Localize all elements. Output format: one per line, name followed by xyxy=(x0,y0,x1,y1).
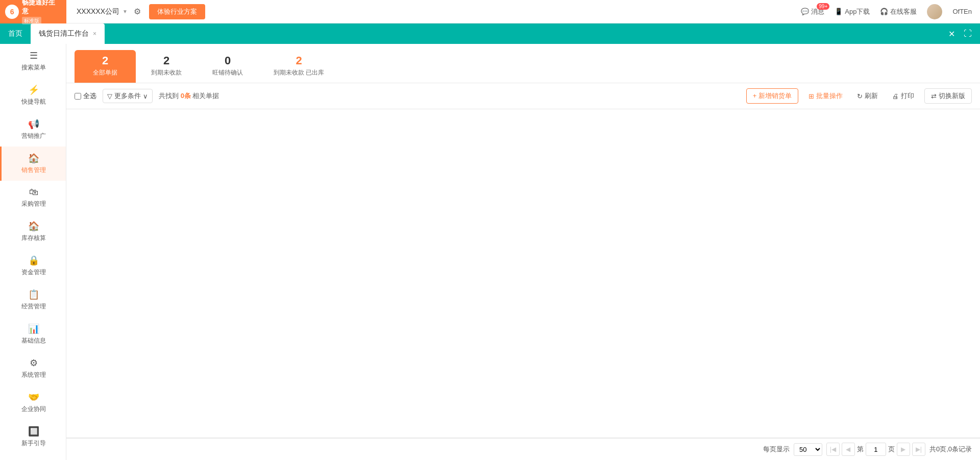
stat-tab-overdue-shipped[interactable]: 2 到期未收款 已出库 xyxy=(258,50,339,83)
app-download-item[interactable]: 📱 App下载 xyxy=(835,7,870,16)
nav-tabs: 首页 钱货日清工作台 × ✕ ⛶ xyxy=(0,23,980,44)
purchase-icon: 🛍 xyxy=(29,187,38,198)
stat-tab-all[interactable]: 2 全部单据 xyxy=(75,50,136,83)
finance-icon: 🔒 xyxy=(28,255,39,266)
operations-icon: 📋 xyxy=(28,289,39,300)
basic-info-icon: 📊 xyxy=(28,323,39,334)
tab-home[interactable]: 首页 xyxy=(0,23,31,44)
chevron-down-icon: ▼ xyxy=(122,9,128,14)
pagination: |◀ ◀ 第 页 ▶ ▶| xyxy=(826,443,925,456)
table-area xyxy=(66,109,980,438)
sidebar-item-marketing[interactable]: 📢 营销推广 xyxy=(0,112,66,147)
last-page-button[interactable]: ▶| xyxy=(912,443,925,456)
page-size-select[interactable]: 50 20 100 200 xyxy=(794,443,822,456)
toolbar-right: + 新增销货单 ⊞ 批量操作 ↻ 刷新 🖨 打印 ⇄ 切换新版 xyxy=(746,88,972,104)
sidebar-item-operations[interactable]: 📋 经营管理 xyxy=(0,283,66,317)
add-sales-button[interactable]: + 新增销货单 xyxy=(746,88,798,104)
marketing-icon: 📢 xyxy=(28,118,39,130)
more-filter-button[interactable]: ▽ 更多条件 ∨ xyxy=(103,89,153,103)
batch-icon: ⊞ xyxy=(808,92,814,100)
message-item[interactable]: 💬 消息 99 xyxy=(801,7,824,16)
select-all-label[interactable]: 全选 xyxy=(75,91,96,101)
logo-icon: 6 xyxy=(5,5,19,19)
close-tab-icon[interactable]: × xyxy=(93,30,96,37)
select-all-checkbox[interactable] xyxy=(75,93,81,100)
sidebar-item-inventory[interactable]: 🏠 库存核算 xyxy=(0,214,66,249)
nav-close-icon[interactable]: ✕ xyxy=(945,28,958,40)
print-icon: 🖨 xyxy=(892,92,899,100)
switch-icon: ⇄ xyxy=(931,92,937,100)
sidebar-item-cooperation[interactable]: 🤝 企业协同 xyxy=(0,385,66,420)
logo-area: 6 畅捷通好生意 标准版 xyxy=(0,0,66,23)
refresh-icon: ↻ xyxy=(857,92,863,100)
page-number-input[interactable] xyxy=(866,443,886,456)
sidebar-item-system[interactable]: ⚙ 系统管理 xyxy=(0,351,66,385)
nav-actions: ✕ ⛶ xyxy=(945,28,980,40)
stat-tab-overdue[interactable]: 2 到期未收款 xyxy=(136,50,197,83)
download-icon: 📱 xyxy=(835,8,843,15)
total-text: 共0页,0条记录 xyxy=(929,445,972,454)
sales-icon: 🏠 xyxy=(28,153,39,164)
logo-text: 畅捷通好生意 标准版 xyxy=(22,0,61,25)
header-right: 💬 消息 99 📱 App下载 🎧 在线客服 OfTEn xyxy=(801,4,972,19)
content-area: 2 全部单据 2 到期未收款 0 旺铺待确认 2 到期未收款 已出库 xyxy=(66,44,980,460)
service-icon: 🎧 xyxy=(880,8,888,15)
footer: 每页显示 50 20 100 200 |◀ ◀ 第 页 ▶ ▶| 共0页,0条记… xyxy=(66,438,980,460)
next-page-button[interactable]: ▶ xyxy=(897,443,910,456)
avatar[interactable] xyxy=(927,4,942,19)
message-icon: 💬 xyxy=(801,8,809,15)
sidebar: ☰ 搜索菜单 ⚡ 快捷导航 📢 营销推广 🏠 销售管理 🛍 采购管理 🏠 库存核… xyxy=(0,44,66,460)
chevron-down-icon: ∨ xyxy=(143,92,148,100)
toolbar: 全选 ▽ 更多条件 ∨ 共找到 0条 相关单据 + 新增销货单 ⊞ 批量操作 xyxy=(66,83,980,109)
cooperation-icon: 🤝 xyxy=(28,392,39,403)
print-button[interactable]: 🖨 打印 xyxy=(888,89,918,103)
username-display: OfTEn xyxy=(952,8,972,15)
inventory-icon: 🏠 xyxy=(28,221,39,232)
stat-tab-wangdian[interactable]: 0 旺铺待确认 xyxy=(197,50,258,83)
prev-page-button[interactable]: ◀ xyxy=(842,443,855,456)
batch-operation-button[interactable]: ⊞ 批量操作 xyxy=(804,89,847,103)
avatar-image xyxy=(927,4,942,19)
found-text: 共找到 0条 相关单据 xyxy=(159,91,219,101)
filter-icon: ▽ xyxy=(107,92,112,100)
settings-icon[interactable]: ⚙ xyxy=(134,7,141,16)
sidebar-item-search-menu[interactable]: ☰ 搜索菜单 xyxy=(0,44,66,78)
sidebar-item-basic-info[interactable]: 📊 基础信息 xyxy=(0,317,66,351)
company-selector[interactable]: XXXXXX公司 ▼ xyxy=(77,7,128,16)
switch-new-version-button[interactable]: ⇄ 切换新版 xyxy=(924,88,972,104)
main-layout: ☰ 搜索菜单 ⚡ 快捷导航 📢 营销推广 🏠 销售管理 🛍 采购管理 🏠 库存核… xyxy=(0,44,980,460)
first-page-button[interactable]: |◀ xyxy=(826,443,840,456)
sidebar-item-quick-nav[interactable]: ⚡ 快捷导航 xyxy=(0,78,66,112)
try-industry-button[interactable]: 体验行业方案 xyxy=(149,4,205,19)
nav-expand-icon[interactable]: ⛶ xyxy=(962,28,974,40)
tab-qianhuoriqing[interactable]: 钱货日清工作台 × xyxy=(31,23,105,44)
stats-tabs: 2 全部单据 2 到期未收款 0 旺铺待确认 2 到期未收款 已出库 xyxy=(75,50,972,83)
refresh-button[interactable]: ↻ 刷新 xyxy=(853,89,882,103)
sidebar-item-app-center[interactable]: 📥 应用中心 xyxy=(0,454,66,460)
quick-nav-icon: ⚡ xyxy=(28,84,39,95)
sidebar-item-guide[interactable]: 🔲 新手引导 xyxy=(0,420,66,454)
sidebar-item-sales[interactable]: 🏠 销售管理 xyxy=(0,147,66,181)
system-icon: ⚙ xyxy=(30,357,38,369)
top-header: 6 畅捷通好生意 标准版 XXXXXX公司 ▼ ⚙ 体验行业方案 💬 消息 99… xyxy=(0,0,980,23)
stats-bar: 2 全部单据 2 到期未收款 0 旺铺待确认 2 到期未收款 已出库 xyxy=(66,44,980,83)
message-badge: 99 xyxy=(817,3,829,10)
sidebar-item-finance[interactable]: 🔒 资金管理 xyxy=(0,249,66,283)
search-menu-icon: ☰ xyxy=(30,50,38,61)
toolbar-left: 全选 ▽ 更多条件 ∨ 共找到 0条 相关单据 xyxy=(75,89,740,103)
online-service-item[interactable]: 🎧 在线客服 xyxy=(880,7,917,16)
guide-icon: 🔲 xyxy=(28,426,39,437)
sidebar-item-purchase[interactable]: 🛍 采购管理 xyxy=(0,181,66,214)
